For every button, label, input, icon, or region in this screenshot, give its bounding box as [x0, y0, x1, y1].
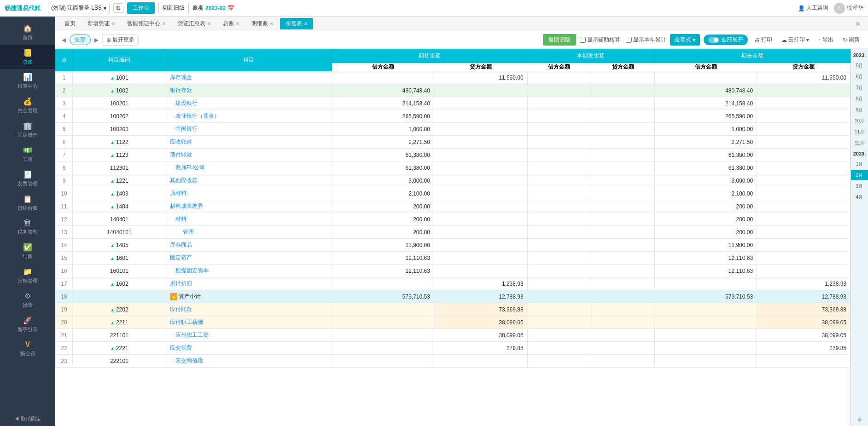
filter-forward-icon[interactable]: ▶ — [93, 36, 99, 44]
copy-btn[interactable]: ⧉ — [113, 3, 123, 13]
tab-voucher-summary-close[interactable]: ✕ — [207, 21, 211, 26]
row-name[interactable]: 燕属EU公司 — [166, 161, 332, 174]
workbench-button[interactable]: 工作台 — [127, 2, 155, 14]
sidebar-item-guide[interactable]: 🚀 新手引导 — [0, 312, 55, 337]
expand-icon[interactable]: ▲ — [110, 178, 116, 184]
expand-icon[interactable]: ▲ — [110, 346, 116, 351]
sidebar-item-settings[interactable]: ⚙ 设置 — [0, 288, 55, 312]
print-button[interactable]: 🖨 打印 — [751, 35, 775, 45]
expand-icon[interactable]: ▲ — [110, 88, 116, 93]
show-ytd-checkbox[interactable]: 显示本年累计 — [626, 36, 666, 44]
sidebar-item-home[interactable]: 🏠 首页 — [0, 20, 55, 45]
row-name[interactable]: 应收账款 — [166, 136, 332, 149]
cloud-print-button[interactable]: ☁ 云打印 ▾ — [779, 35, 812, 45]
tab-balance-close[interactable]: ✕ — [304, 21, 308, 26]
right-panel-apr[interactable]: 4月 — [851, 192, 868, 202]
right-panel-aug[interactable]: 8月 — [851, 94, 868, 104]
expand-all-toggle[interactable]: 全部展开 — [704, 35, 748, 45]
sidebar-item-sales[interactable]: 📋 进销台账 — [0, 191, 55, 215]
format-button[interactable]: 全额式 ▾ — [670, 34, 700, 46]
tab-voucher-summary[interactable]: 凭证汇总表 ✕ — [172, 18, 216, 29]
expand-icon[interactable]: ▲ — [110, 243, 116, 248]
unpin-btn[interactable]: ◀ 取消固定 — [0, 412, 55, 426]
gear-icon[interactable]: ⚙ — [59, 56, 69, 65]
right-panel-jul[interactable]: 7月 — [851, 83, 868, 93]
right-panel-may[interactable]: 5月 — [851, 61, 868, 71]
row-name[interactable]: 中国银行 — [166, 123, 332, 136]
show-auxiliary-checkbox[interactable]: 显示辅助核算 — [580, 36, 620, 44]
sidebar-item-assets[interactable]: 🏢 固定资产 — [0, 118, 55, 142]
row-name[interactable]: 应付职工工资 — [166, 329, 332, 342]
row-name[interactable]: 原材料 — [166, 187, 332, 200]
row-name[interactable]: 累计折旧 — [166, 277, 332, 290]
tab-detail-ledger-close[interactable]: ✕ — [270, 21, 274, 26]
row-name[interactable]: 材料成本差异 — [166, 200, 332, 213]
user-avatar-btn[interactable]: 人 徐泽华 — [834, 3, 863, 14]
right-panel-oct[interactable]: 10月 — [851, 116, 868, 126]
tab-detail-ledger[interactable]: 明细账 ✕ — [246, 18, 279, 29]
tab-smart-voucher-close[interactable]: ✕ — [162, 21, 166, 26]
refresh-button[interactable]: ↻ 刷新 — [840, 35, 862, 45]
company-selector[interactable]: (勿副) 江西股圣-LSS ▾ — [48, 3, 110, 13]
right-panel-sep[interactable]: 9月 — [851, 105, 868, 115]
sidebar-item-member[interactable]: V 畅会员 — [0, 337, 55, 361]
export-button[interactable]: ↑ 导出 — [816, 35, 836, 45]
close-all-tabs[interactable]: ✕ — [851, 20, 864, 28]
switch-old-btn[interactable]: 切到旧版 — [158, 2, 189, 14]
row-name[interactable]: 预付账款 — [166, 149, 332, 161]
expand-more-button[interactable]: ⊕ 展开更多 — [102, 34, 139, 46]
tab-home[interactable]: 首页 — [59, 18, 81, 29]
sidebar-item-funds[interactable]: 💰 资金管理 — [0, 93, 55, 118]
tab-new-voucher[interactable]: 新增凭证 ✕ — [82, 18, 121, 29]
row-name[interactable]: 配提固定资本 — [166, 265, 332, 277]
row-name[interactable]: 银行存款 — [166, 84, 332, 97]
expand-icon[interactable]: ▲ — [110, 204, 116, 209]
row-name[interactable]: 应交税费 — [166, 342, 332, 355]
expand-icon[interactable]: ▲ — [110, 75, 116, 81]
sidebar-item-archive[interactable]: 📁 归档管理 — [0, 264, 55, 288]
row-name[interactable]: 建设银行 — [166, 97, 332, 110]
back-old-version-button[interactable]: 返回旧版 — [543, 34, 576, 46]
sidebar-item-invoice[interactable]: 🧾 发票管理 — [0, 167, 55, 191]
tab-smart-voucher[interactable]: 智能凭证中心 ✕ — [122, 18, 171, 29]
tab-balance[interactable]: 余额表 ✕ — [280, 18, 313, 29]
row-name[interactable]: 应付账款 — [166, 303, 332, 316]
sidebar-item-tax[interactable]: 🏛 税务管理 — [0, 215, 55, 239]
expand-icon[interactable]: ▲ — [110, 153, 116, 158]
auxiliary-checkbox-input[interactable] — [580, 37, 586, 43]
expand-icon[interactable]: ▲ — [110, 256, 116, 261]
sidebar-item-ledger[interactable]: 📒 总账 — [0, 45, 55, 69]
consultant-btn[interactable]: 👤 人工咨询 — [798, 4, 828, 12]
filter-back-icon[interactable]: ◀ — [61, 36, 67, 44]
right-panel-jan[interactable]: 1月 — [851, 159, 868, 169]
row-name[interactable]: 农业银行（黄金） — [166, 110, 332, 123]
tab-general-ledger[interactable]: 总账 ✕ — [217, 18, 245, 29]
row-name[interactable]: 库存商品 — [166, 239, 332, 252]
filter-all-button[interactable]: 全部 — [70, 35, 91, 45]
row-name[interactable]: 材料 — [166, 213, 332, 226]
right-panel-feb[interactable]: 2月 — [851, 170, 868, 180]
expand-icon[interactable]: ▲ — [110, 320, 116, 325]
row-name[interactable]: 固定资产 — [166, 252, 332, 265]
row-name[interactable]: 其他应收款 — [166, 174, 332, 187]
sidebar-item-payroll[interactable]: 💵 工资 — [0, 142, 55, 167]
row-name[interactable]: 应付职工薪酬 — [166, 316, 332, 329]
tab-new-voucher-close[interactable]: ✕ — [111, 21, 115, 26]
right-panel-jun[interactable]: 6月 — [851, 72, 868, 82]
sidebar-item-reports[interactable]: 📊 报表中心 — [0, 69, 55, 93]
ytd-checkbox-input[interactable] — [626, 37, 632, 43]
right-panel-mar[interactable]: 3月 — [851, 181, 868, 191]
right-panel-nov[interactable]: 11月 — [851, 127, 868, 137]
expand-icon[interactable]: ▲ — [110, 140, 116, 145]
row-name[interactable]: 库存现金 — [166, 71, 332, 84]
right-panel-expand-icon[interactable]: ⊕ — [851, 415, 868, 424]
row-name[interactable]: 管理 — [166, 226, 332, 239]
sidebar-item-closing[interactable]: ✅ 结账 — [0, 239, 55, 264]
expand-icon[interactable]: ▲ — [110, 307, 116, 312]
expand-icon[interactable]: ▲ — [110, 191, 116, 196]
tab-general-ledger-close[interactable]: ✕ — [236, 21, 239, 26]
expand-icon[interactable]: ▲ — [110, 282, 116, 287]
row-name[interactable]: 应交增值税 — [166, 355, 332, 368]
th-settings[interactable]: ⚙ — [56, 49, 73, 71]
right-panel-dec[interactable]: 12月 — [851, 138, 868, 148]
